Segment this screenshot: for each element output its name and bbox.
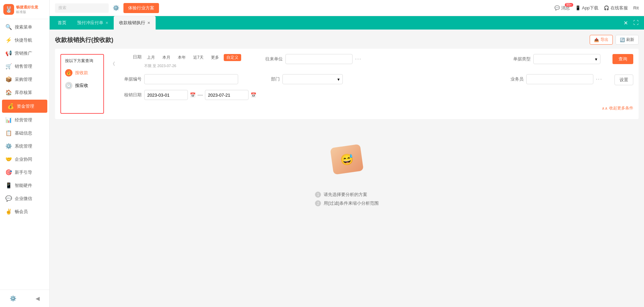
- sidebar-item-enterprise[interactable]: 🤝 企业协同: [0, 153, 49, 166]
- sidebar-collapse-button[interactable]: ◀: [32, 293, 44, 304]
- main-area: 搜索 ⚙️ 体验行业方案 💬 消息 99+ 📱 App下载 🎧 在线客服 Rit: [50, 0, 644, 307]
- sidebar-item-label: 搜索菜单: [15, 24, 32, 30]
- sidebar-item-label: 库存核算: [15, 90, 32, 96]
- topbar-search[interactable]: 搜索: [55, 3, 109, 13]
- service-icon: 🎧: [604, 5, 609, 10]
- tab-receipt-offset-label: 收款核销执行: [119, 20, 145, 26]
- sidebar-item-label: 基础信息: [15, 130, 32, 136]
- sidebar-item-operations[interactable]: 📊 经营管理: [0, 113, 49, 126]
- logo-name: 畅捷通好生意: [16, 5, 38, 10]
- sidebar-item-finance[interactable]: 💰 资金管理: [2, 100, 47, 113]
- sidebar-item-marketing[interactable]: 📢 营销推广: [0, 47, 49, 60]
- page-header: 收款核销执行(按收款) 📤 导出 🔄 刷新: [55, 35, 639, 45]
- sidebar-item-label: 快捷导航: [15, 37, 32, 43]
- empty-state: 😅 1 请先选择要分析的方案 2 用[过滤]条件来缩小分析范围: [55, 119, 639, 233]
- date-btn-this-month[interactable]: 本月: [160, 54, 173, 61]
- sidebar-item-label: 销售管理: [15, 63, 32, 69]
- vip-icon: ✌️: [5, 208, 12, 215]
- sidebar-logo: 🐰 畅捷通好生意 标准版: [0, 0, 49, 19]
- query-button[interactable]: 查询: [612, 54, 633, 64]
- filter-sidebar-title: 按以下方案查询: [61, 58, 103, 66]
- date-btn-last-month[interactable]: 上月: [144, 54, 158, 61]
- by-receipt-icon: 💰: [65, 69, 72, 76]
- sidebar-item-inventory[interactable]: 🏠 库存核算: [0, 86, 49, 99]
- sidebar-settings-button[interactable]: ⚙️: [6, 293, 20, 304]
- sidebar-item-wechat[interactable]: 💬 企业微信: [0, 192, 49, 205]
- sidebar-item-search-menu[interactable]: 🔍 搜索菜单: [0, 20, 49, 34]
- sidebar-item-label: 企业协同: [15, 156, 32, 162]
- hint-item-2: 2 用[过滤]条件来缩小分析范围: [315, 200, 378, 206]
- sidebar-item-label: 新手引导: [15, 169, 32, 175]
- verify-date-start-input[interactable]: [144, 90, 188, 100]
- sidebar-item-sales[interactable]: 🛒 销售管理: [0, 60, 49, 73]
- tab-prepay-label: 预付冲应付单: [77, 20, 103, 26]
- collapse-more-label: 收起更多条件: [609, 105, 633, 111]
- doc-no-input[interactable]: [144, 74, 238, 84]
- sidebar-item-system[interactable]: ⚙️ 系统管理: [0, 140, 49, 153]
- date-btn-this-year[interactable]: 本年: [175, 54, 189, 61]
- tab-receipt-offset-close[interactable]: ✕: [147, 21, 150, 25]
- filter-collapse-button[interactable]: 《: [109, 54, 116, 74]
- chevron-down-icon: ▾: [595, 57, 597, 62]
- setting-button[interactable]: 设置: [614, 74, 633, 85]
- sidebar: 🐰 畅捷通好生意 标准版 🔍 搜索菜单 ⚡ 快捷导航 📢 营销推广 🛒 销售管理…: [0, 0, 50, 307]
- topbar: 搜索 ⚙️ 体验行业方案 💬 消息 99+ 📱 App下载 🎧 在线客服 Rit: [50, 0, 644, 16]
- counterparty-input[interactable]: [285, 54, 353, 64]
- export-button[interactable]: 📤 导出: [590, 35, 613, 45]
- page-title: 收款核销执行(按收款): [55, 36, 113, 44]
- system-icon: ⚙️: [5, 143, 12, 149]
- filter-options-sidebar: 按以下方案查询 💰 按收款 🕐 按应收: [60, 54, 104, 114]
- refresh-button[interactable]: 🔄 刷新: [615, 35, 639, 45]
- tab-prepay-close[interactable]: ✕: [105, 21, 108, 25]
- hint-num-2: 2: [315, 200, 321, 206]
- sidebar-item-base-info[interactable]: 📋 基础信息: [0, 126, 49, 140]
- date-label: 日期: [121, 54, 142, 60]
- date-separator: —: [198, 92, 203, 98]
- user-name: Rit: [633, 5, 639, 10]
- tabs-close-all[interactable]: ✕: [621, 20, 631, 26]
- collapse-more-button[interactable]: ∧∧ 收起更多条件: [121, 103, 633, 114]
- staff-input[interactable]: [526, 74, 593, 84]
- verify-date-end-calendar-icon[interactable]: 📅: [251, 92, 256, 98]
- sidebar-item-hardware[interactable]: 📱 智能硬件: [0, 179, 49, 192]
- tab-prepay[interactable]: 预付冲应付单 ✕: [72, 16, 114, 30]
- verify-date-end-input[interactable]: [205, 90, 249, 100]
- message-button[interactable]: 💬 消息 99+: [554, 5, 570, 11]
- doc-type-select[interactable]: ▾: [533, 54, 600, 64]
- tab-home[interactable]: 首页: [52, 16, 72, 30]
- sidebar-item-label: 智能硬件: [15, 183, 32, 189]
- date-custom-tag[interactable]: 自定义: [224, 54, 241, 61]
- operations-icon: 📊: [5, 117, 12, 123]
- logo-badge: 标准版: [16, 10, 38, 14]
- staff-dots[interactable]: ···: [596, 76, 602, 82]
- hint-text-2: 用[过滤]条件来缩小分析范围: [324, 200, 378, 206]
- guide-icon: 🎯: [5, 169, 12, 175]
- solution-button[interactable]: 体验行业方案: [123, 3, 159, 13]
- sidebar-item-quick-nav[interactable]: ⚡ 快捷导航: [0, 34, 49, 47]
- sidebar-item-guide[interactable]: 🎯 新手引导: [0, 166, 49, 179]
- verify-date-start-calendar-icon[interactable]: 📅: [190, 92, 196, 98]
- tab-receipt-offset[interactable]: 收款核销执行 ✕: [114, 16, 156, 30]
- search-placeholder: 搜索: [58, 5, 66, 11]
- app-label: App下载: [582, 5, 598, 11]
- sidebar-item-vip[interactable]: ✌️ 畅会员: [0, 205, 49, 218]
- logo-icon: 🐰: [3, 4, 14, 15]
- online-service-button[interactable]: 🎧 在线客服: [604, 5, 628, 11]
- date-btn-more[interactable]: 更多: [208, 54, 222, 61]
- by-receipt-label: 按收款: [75, 70, 88, 76]
- filter-option-by-receivable[interactable]: 🕐 按应收: [61, 79, 103, 92]
- dept-chevron-icon: ▾: [337, 77, 340, 82]
- hint-text-1: 请先选择要分析的方案: [324, 192, 367, 198]
- tabs-maximize[interactable]: ⛶: [631, 20, 641, 26]
- settings-icon[interactable]: ⚙️: [113, 5, 119, 11]
- filter-fields: 日期 上月 本月 本年 近7天 更多 自定义 不限 至 20: [121, 54, 633, 114]
- app-download-button[interactable]: 📱 App下载: [575, 5, 598, 11]
- user-info[interactable]: Rit: [633, 5, 639, 10]
- counterparty-dots[interactable]: ···: [355, 56, 362, 62]
- empty-hints: 1 请先选择要分析的方案 2 用[过滤]条件来缩小分析范围: [315, 192, 378, 206]
- filter-option-by-receipt[interactable]: 💰 按收款: [61, 66, 103, 79]
- sidebar-item-purchase[interactable]: 📦 采购管理: [0, 73, 49, 86]
- inventory-icon: 🏠: [5, 89, 12, 96]
- dept-select[interactable]: ▾: [282, 74, 343, 84]
- date-btn-7days[interactable]: 近7天: [191, 54, 206, 61]
